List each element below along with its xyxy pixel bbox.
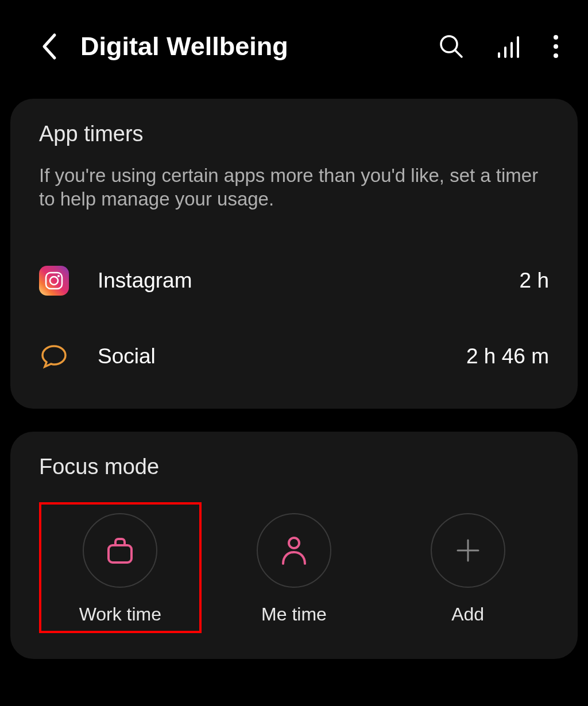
plus-icon xyxy=(454,537,482,564)
more-options-button[interactable] xyxy=(552,34,559,59)
social-icon xyxy=(39,342,69,371)
focus-mode-add[interactable]: Add xyxy=(386,502,549,633)
instagram-icon xyxy=(39,266,69,296)
app-name-label: Social xyxy=(98,344,466,368)
focus-mode-label: Me time xyxy=(261,604,327,625)
back-button[interactable] xyxy=(40,33,57,60)
person-icon xyxy=(280,535,308,566)
app-timers-title: App timers xyxy=(39,122,549,146)
svg-rect-9 xyxy=(46,273,62,289)
app-name-label: Instagram xyxy=(98,269,520,293)
page-title: Digital Wellbeing xyxy=(80,32,421,61)
focus-circle xyxy=(83,513,157,588)
more-vertical-icon xyxy=(552,34,559,59)
bar-chart-icon xyxy=(496,35,521,58)
svg-point-10 xyxy=(50,277,58,285)
app-time-label: 2 h xyxy=(520,269,549,293)
focus-circle xyxy=(257,513,331,588)
svg-point-13 xyxy=(289,538,299,548)
svg-point-11 xyxy=(57,275,60,277)
app-time-label: 2 h 46 m xyxy=(466,344,549,368)
svg-point-6 xyxy=(554,35,558,40)
search-button[interactable] xyxy=(439,34,464,59)
app-timers-card: App timers If you're using certain apps … xyxy=(10,99,578,409)
app-header: Digital Wellbeing xyxy=(0,0,588,90)
svg-point-8 xyxy=(554,53,558,58)
chevron-left-icon xyxy=(40,33,57,60)
focus-circle xyxy=(431,513,505,588)
stats-button[interactable] xyxy=(496,35,521,58)
focus-mode-label: Work time xyxy=(79,604,161,625)
focus-mode-row: Work time Me time Add xyxy=(39,502,549,633)
app-timer-row-instagram[interactable]: Instagram 2 h xyxy=(39,243,549,319)
svg-point-7 xyxy=(554,44,558,49)
focus-mode-card: Focus mode Work time Me time xyxy=(10,432,578,659)
app-timer-row-social[interactable]: Social 2 h 46 m xyxy=(39,319,549,377)
briefcase-icon xyxy=(105,536,135,565)
app-timers-description: If you're using certain apps more than y… xyxy=(39,164,549,211)
focus-mode-title: Focus mode xyxy=(39,455,549,479)
focus-mode-work-time[interactable]: Work time xyxy=(39,502,202,633)
focus-mode-label: Add xyxy=(451,604,484,625)
focus-mode-me-time[interactable]: Me time xyxy=(213,502,376,633)
header-actions xyxy=(439,34,559,59)
svg-line-1 xyxy=(455,51,462,57)
svg-rect-12 xyxy=(109,545,131,563)
search-icon xyxy=(439,34,464,59)
